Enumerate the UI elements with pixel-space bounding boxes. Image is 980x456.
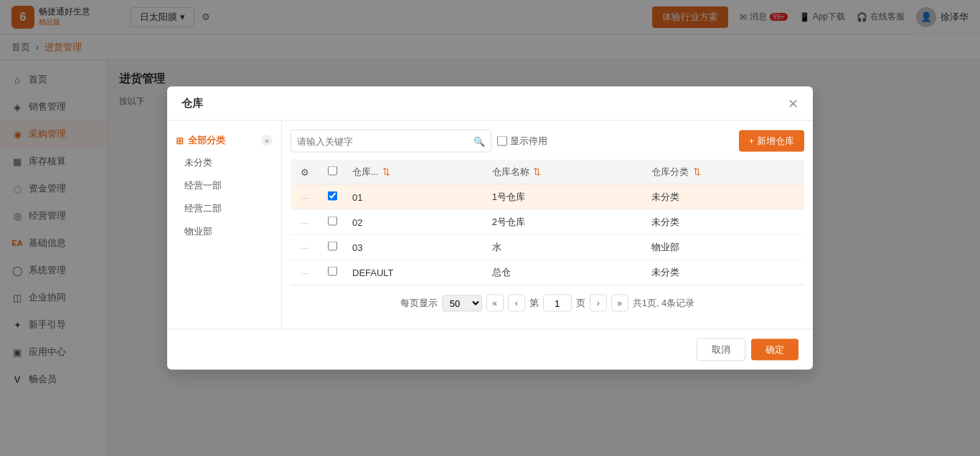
cell-checkbox[interactable] — [319, 260, 345, 285]
total-info: 共1页, 4条记录 — [633, 297, 695, 310]
page-suffix: 页 — [576, 297, 585, 310]
category-panel: ⊞ 全部分类 « 未分类 经营一部 经营二部 物业部 — [167, 121, 282, 329]
cell-category: 未分类 — [644, 209, 804, 234]
table-header-row: ⚙ 仓库... ⇅ 仓库名称 ⇅ — [291, 160, 804, 185]
cell-more[interactable]: ··· — [291, 184, 319, 209]
search-input[interactable] — [297, 136, 473, 146]
cell-more[interactable]: ··· — [291, 209, 319, 234]
cell-checkbox[interactable] — [319, 234, 345, 260]
cell-checkbox[interactable] — [319, 209, 345, 234]
cell-category: 物业部 — [644, 234, 804, 260]
more-icon[interactable]: ··· — [301, 242, 309, 252]
cell-code: 03 — [345, 234, 485, 260]
prev-page-button[interactable]: ‹ — [508, 295, 525, 312]
warehouse-dialog: 仓库 ✕ ⊞ 全部分类 « 未分类 经营一部 经营二部 物业部 — [167, 87, 813, 370]
cell-code: 01 — [345, 184, 485, 209]
cell-more[interactable]: ··· — [291, 234, 319, 260]
th-checkbox — [319, 160, 345, 185]
confirm-button[interactable]: 确定 — [751, 339, 798, 361]
cell-more[interactable]: ··· — [291, 260, 319, 285]
add-warehouse-button[interactable]: + 新增仓库 — [739, 130, 804, 152]
th-name-label: 仓库名称 — [492, 166, 529, 177]
th-code: 仓库... ⇅ — [345, 160, 485, 185]
cell-code: DEFAULT — [345, 260, 485, 285]
table-row[interactable]: ··· 03 水 物业部 — [291, 234, 804, 260]
cancel-button[interactable]: 取消 — [697, 338, 745, 361]
cell-name: 1号仓库 — [485, 184, 645, 209]
th-settings: ⚙ — [291, 160, 319, 185]
table-container: ⚙ 仓库... ⇅ 仓库名称 ⇅ — [291, 160, 804, 285]
cell-name: 总仓 — [485, 260, 645, 285]
category-item-ops2[interactable]: 经营二部 — [167, 197, 281, 220]
page-number-input[interactable] — [543, 295, 572, 312]
cell-category: 未分类 — [644, 260, 804, 285]
settings-icon: ⚙ — [301, 166, 309, 177]
category-item-property[interactable]: 物业部 — [167, 220, 281, 243]
first-page-button[interactable]: « — [486, 295, 504, 312]
grid-icon: ⊞ — [176, 135, 184, 146]
select-all-checkbox[interactable] — [328, 166, 337, 176]
th-category-label: 仓库分类 — [651, 166, 689, 177]
cell-name: 2号仓库 — [485, 209, 645, 234]
next-page-button[interactable]: › — [590, 295, 607, 312]
sort-name-icon[interactable]: ⇅ — [533, 166, 541, 177]
table-row[interactable]: ··· 01 1号仓库 未分类 — [291, 184, 804, 209]
warehouse-table: ⚙ 仓库... ⇅ 仓库名称 ⇅ — [291, 160, 804, 285]
category-item-uncategorized[interactable]: 未分类 — [167, 151, 281, 174]
page-label: 第 — [529, 297, 539, 310]
dialog-header: 仓库 ✕ — [167, 87, 813, 121]
dialog-body: ⊞ 全部分类 « 未分类 经营一部 经营二部 物业部 — [167, 121, 813, 329]
cell-checkbox[interactable] — [319, 184, 345, 209]
cell-category: 未分类 — [644, 184, 804, 209]
collapse-button[interactable]: « — [261, 135, 273, 146]
per-page-select[interactable]: 50 10 20 100 — [442, 295, 482, 311]
category-all[interactable]: ⊞ 全部分类 « — [167, 130, 281, 151]
dialog-close-button[interactable]: ✕ — [788, 97, 798, 110]
table-row[interactable]: ··· DEFAULT 总仓 未分类 — [291, 260, 804, 285]
table-toolbar: 🔍 显示停用 + 新增仓库 — [291, 130, 804, 153]
cell-code: 02 — [345, 209, 485, 234]
per-page-label: 每页显示 — [400, 297, 438, 310]
row-checkbox[interactable] — [328, 267, 337, 276]
show-disabled-toggle[interactable]: 显示停用 — [497, 135, 547, 148]
category-item-ops1[interactable]: 经营一部 — [167, 174, 281, 197]
row-checkbox[interactable] — [328, 242, 337, 251]
search-icon: 🔍 — [473, 136, 485, 146]
show-disabled-label: 显示停用 — [510, 135, 547, 148]
search-box: 🔍 — [291, 130, 491, 153]
dialog-footer: 取消 确定 — [167, 329, 813, 370]
more-icon[interactable]: ··· — [301, 267, 309, 277]
th-name: 仓库名称 ⇅ — [485, 160, 645, 185]
row-checkbox[interactable] — [328, 191, 337, 201]
th-code-label: 仓库... — [352, 166, 379, 177]
dialog-title: 仓库 — [182, 97, 203, 110]
show-disabled-checkbox[interactable] — [497, 136, 507, 146]
th-category: 仓库分类 ⇅ — [644, 160, 804, 185]
more-icon[interactable]: ··· — [301, 217, 309, 227]
table-panel: 🔍 显示停用 + 新增仓库 ⚙ — [282, 121, 813, 329]
sort-category-icon[interactable]: ⇅ — [693, 166, 701, 177]
cell-name: 水 — [485, 234, 645, 260]
sort-code-icon[interactable]: ⇅ — [382, 166, 390, 177]
last-page-button[interactable]: » — [611, 295, 628, 312]
more-icon[interactable]: ··· — [301, 191, 309, 202]
table-row[interactable]: ··· 02 2号仓库 未分类 — [291, 209, 804, 234]
category-all-label: 全部分类 — [188, 134, 225, 147]
pagination: 每页显示 50 10 20 100 « ‹ 第 页 › » 共1页, 4条记录 — [291, 285, 804, 320]
row-checkbox[interactable] — [328, 217, 337, 226]
